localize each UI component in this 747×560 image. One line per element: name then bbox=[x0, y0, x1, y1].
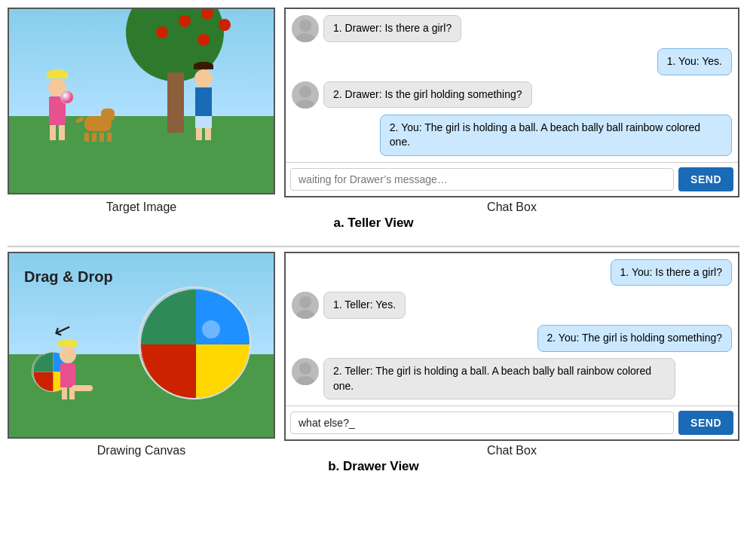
target-image-scene bbox=[8, 8, 275, 194]
section-b-labels: Drawing Canvas Chat Box bbox=[8, 444, 739, 457]
avatar-icon-1 bbox=[292, 15, 319, 42]
teller-avatar-2 bbox=[292, 358, 319, 385]
svg-point-0 bbox=[299, 20, 311, 32]
target-image-panel bbox=[8, 8, 275, 194]
drawer-msg-row-3: 2. You: The girl is holding something? bbox=[292, 325, 732, 352]
girl-leg-r bbox=[59, 125, 65, 140]
drawer-bubble-2: 1. Teller: Yes. bbox=[323, 292, 406, 319]
drawer-message-input[interactable] bbox=[290, 412, 674, 434]
drawer-msg-row-1: 1. You: Is there a girl? bbox=[292, 259, 732, 286]
teller-msg-row-3: 2. Drawer: Is the girl holding something… bbox=[292, 81, 732, 109]
drawer-bubble-3: 2. You: The girl is holding something? bbox=[537, 325, 732, 352]
drawer-avatar-1 bbox=[292, 15, 319, 42]
teller-msg-row-2: 1. You: Yes. bbox=[292, 48, 732, 75]
svg-point-3 bbox=[296, 99, 314, 109]
section-b: Drag & Drop ↙ bbox=[8, 252, 739, 479]
drawer-input-row: SEND bbox=[286, 405, 738, 439]
section-a-labels: Target Image Chat Box bbox=[8, 200, 739, 214]
teller-bubble-2: 1. You: Yes. bbox=[657, 48, 732, 75]
drawer-send-button[interactable]: SEND bbox=[678, 411, 733, 435]
chat-box-label-b: Chat Box bbox=[284, 444, 739, 457]
beach-ball-large-svg bbox=[139, 288, 251, 399]
target-image-label: Target Image bbox=[8, 200, 275, 214]
drawer-bubble-4: 2. Teller: The girl is holding a ball. A… bbox=[323, 358, 675, 399]
drawing-canvas-label: Drawing Canvas bbox=[8, 444, 275, 457]
teller-bubble-1: 1. Drawer: Is there a girl? bbox=[323, 15, 461, 42]
teller-avatar-icon-1 bbox=[292, 292, 319, 319]
girl-leg-l bbox=[50, 125, 56, 140]
girl-hair bbox=[47, 69, 68, 78]
svg-point-8 bbox=[296, 310, 314, 319]
apple-5 bbox=[219, 19, 231, 31]
section-b-content: Drag & Drop ↙ bbox=[8, 252, 739, 441]
boy-body bbox=[195, 87, 212, 116]
boy-head bbox=[194, 69, 213, 87]
dog-legs bbox=[84, 133, 112, 142]
svg-point-5 bbox=[202, 320, 220, 338]
beach-ball-large[interactable] bbox=[138, 286, 251, 399]
avatar-icon-2 bbox=[292, 81, 319, 109]
boy-shorts bbox=[195, 116, 212, 128]
teller-send-button[interactable]: SEND bbox=[678, 167, 733, 191]
drawer-msg-row-4: 2. Teller: The girl is holding a ball. A… bbox=[292, 358, 732, 399]
teller-chat-messages: 1. Drawer: Is there a girl? 1. You: Yes. bbox=[286, 9, 738, 162]
section-a: 1. Drawer: Is there a girl? 1. You: Yes. bbox=[8, 8, 739, 235]
section-a-content: 1. Drawer: Is there a girl? 1. You: Yes. bbox=[8, 8, 739, 197]
drawer-avatar-2 bbox=[292, 81, 319, 109]
girl-legs bbox=[47, 125, 68, 140]
drawing-canvas-scene: Drag & Drop ↙ bbox=[8, 252, 275, 439]
svg-point-7 bbox=[299, 296, 311, 308]
section-divider bbox=[8, 246, 739, 247]
drawer-view-title: b. Drawer View bbox=[8, 459, 739, 474]
apple-2 bbox=[179, 15, 191, 27]
boy-hair bbox=[194, 62, 213, 69]
drag-drop-label: Drag & Drop bbox=[24, 268, 113, 286]
teller-msg-row-1: 1. Drawer: Is there a girl? bbox=[292, 15, 732, 42]
svg-point-2 bbox=[299, 86, 311, 98]
draw-girl-character bbox=[58, 353, 78, 399]
main-container: 1. Drawer: Is there a girl? 1. You: Yes. bbox=[8, 8, 739, 485]
svg-point-1 bbox=[296, 33, 314, 42]
chat-box-label-a: Chat Box bbox=[284, 200, 739, 214]
held-ball bbox=[60, 90, 74, 104]
apple-4 bbox=[197, 34, 210, 46]
teller-avatar-icon-2 bbox=[292, 358, 319, 385]
drawer-bubble-1: 1. You: Is there a girl? bbox=[611, 259, 732, 286]
apple-1 bbox=[156, 26, 168, 38]
teller-chat-panel: 1. Drawer: Is there a girl? 1. You: Yes. bbox=[284, 8, 739, 197]
drawing-canvas-panel: Drag & Drop ↙ bbox=[8, 252, 275, 439]
dog-head bbox=[101, 109, 115, 121]
drawer-chat-panel: 1. You: Is there a girl? 1. Teller: bbox=[284, 252, 739, 441]
teller-view-title: a. Teller View bbox=[8, 216, 739, 231]
svg-point-9 bbox=[299, 363, 311, 375]
teller-avatar-1 bbox=[292, 292, 319, 319]
drawer-msg-row-2: 1. Teller: Yes. bbox=[292, 292, 732, 319]
teller-input-row: SEND bbox=[286, 162, 738, 196]
teller-msg-row-4: 2. You: The girl is holding a ball. A be… bbox=[292, 115, 732, 156]
boy-character bbox=[194, 77, 213, 140]
dog-character bbox=[84, 116, 112, 142]
tree-trunk bbox=[167, 72, 184, 133]
drawer-chat-messages: 1. You: Is there a girl? 1. Teller: bbox=[286, 253, 738, 405]
teller-bubble-4: 2. You: The girl is holding a ball. A be… bbox=[380, 115, 732, 156]
teller-bubble-3: 2. Drawer: Is the girl holding something… bbox=[323, 81, 532, 109]
teller-message-input[interactable] bbox=[290, 168, 674, 191]
boy-legs bbox=[194, 128, 213, 140]
svg-point-10 bbox=[296, 376, 314, 385]
apple-3 bbox=[201, 8, 213, 20]
